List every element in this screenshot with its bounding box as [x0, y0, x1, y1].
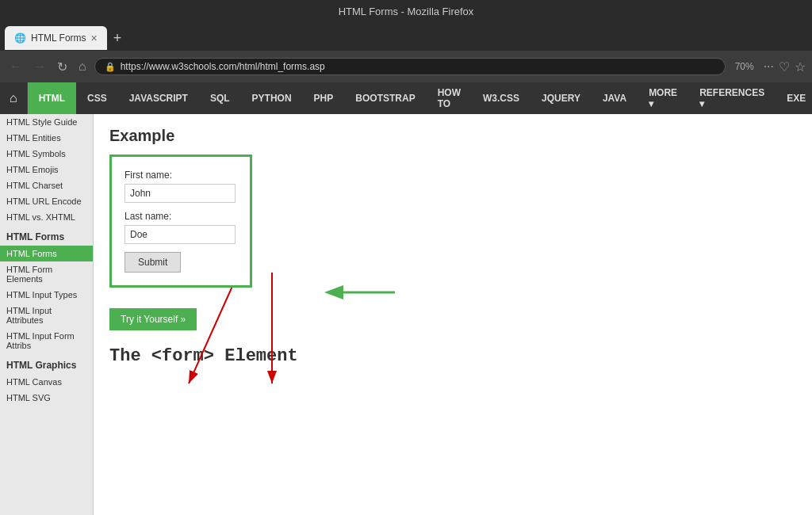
w3nav-php[interactable]: PHP: [303, 82, 345, 114]
bookmark-icon[interactable]: ☆: [795, 59, 806, 74]
sidebar-item-symbols[interactable]: HTML Symbols: [0, 146, 93, 162]
w3nav-html[interactable]: HTML: [28, 82, 76, 114]
w3nav-javascript[interactable]: JAVASCRIPT: [118, 82, 199, 114]
w3nav-sql[interactable]: SQL: [199, 82, 241, 114]
security-icon: 🔒: [105, 62, 116, 72]
url-text: https://www.w3schools.com/html/html_form…: [121, 61, 325, 72]
sidebar-item-emojis[interactable]: HTML Emojis: [0, 162, 93, 177]
sidebar-section-forms: HTML Forms: [0, 225, 93, 246]
zoom-level: 70%: [730, 59, 759, 74]
home-button[interactable]: ⌂: [75, 58, 90, 75]
nav-bar: ← → ↻ ⌂ 🔒 https://www.w3schools.com/html…: [0, 51, 812, 82]
submit-button[interactable]: Submit: [124, 252, 181, 273]
tab-favicon: 🌐: [14, 32, 26, 44]
reload-button[interactable]: ↻: [54, 58, 71, 76]
w3nav-howto[interactable]: HOW TO: [427, 82, 472, 114]
w3nav-exe[interactable]: EXE: [776, 82, 812, 114]
sidebar-item-url-encode[interactable]: HTML URL Encode: [0, 193, 93, 209]
sidebar: HTML Style Guide HTML Entities HTML Symb…: [0, 114, 94, 515]
sidebar-item-forms[interactable]: HTML Forms: [0, 246, 93, 261]
w3nav-references[interactable]: REFERENCES ▾: [688, 82, 776, 114]
more-button[interactable]: ···: [764, 59, 774, 74]
w3nav-bootstrap[interactable]: BOOTSTRAP: [344, 82, 426, 114]
w3nav-java[interactable]: JAVA: [592, 82, 638, 114]
content-area: Example First name: Last name: Submit Tr…: [94, 114, 812, 515]
sidebar-item-canvas[interactable]: HTML Canvas: [0, 374, 93, 390]
w3nav-more[interactable]: MORE ▾: [638, 82, 688, 114]
address-bar[interactable]: 🔒 https://www.w3schools.com/html/html_fo…: [94, 58, 726, 75]
heart-icon[interactable]: ♡: [779, 59, 790, 74]
last-name-label: Last name:: [124, 211, 237, 222]
first-name-label: First name:: [124, 170, 237, 181]
home-icon: ⌂: [10, 91, 17, 105]
sidebar-item-style-guide[interactable]: HTML Style Guide: [0, 114, 93, 130]
section-title: The <form> Element: [109, 346, 796, 366]
sidebar-item-charset[interactable]: HTML Charset: [0, 177, 93, 193]
forward-button[interactable]: →: [30, 58, 49, 75]
w3nav: ⌂ HTML CSS JAVASCRIPT SQL PYTHON PHP BOO…: [0, 82, 812, 114]
form-demo-box: First name: Last name: Submit: [109, 154, 252, 288]
sidebar-item-input-types[interactable]: HTML Input Types: [0, 287, 93, 303]
tab-close-button[interactable]: ×: [91, 32, 98, 44]
back-button[interactable]: ←: [6, 58, 25, 75]
first-name-input[interactable]: [124, 184, 236, 203]
new-tab-button[interactable]: +: [113, 30, 122, 47]
active-tab[interactable]: 🌐 HTML Forms ×: [5, 26, 107, 50]
example-title: Example: [109, 127, 796, 145]
w3nav-jquery[interactable]: JQUERY: [530, 82, 592, 114]
sidebar-item-input-attrs[interactable]: HTML Input Attributes: [0, 303, 93, 328]
w3nav-w3css[interactable]: W3.CSS: [472, 82, 530, 114]
sidebar-item-form-elements[interactable]: HTML Form Elements: [0, 261, 93, 287]
w3nav-python[interactable]: PYTHON: [241, 82, 303, 114]
tab-label: HTML Forms: [31, 32, 86, 44]
w3nav-css[interactable]: CSS: [76, 82, 118, 114]
last-name-input[interactable]: [124, 225, 236, 244]
example-box: Example First name: Last name: Submit Tr…: [109, 127, 796, 330]
sidebar-item-svg[interactable]: HTML SVG: [0, 390, 93, 406]
w3nav-home-button[interactable]: ⌂: [0, 82, 28, 114]
sidebar-item-entities[interactable]: HTML Entities: [0, 130, 93, 146]
titlebar: HTML Forms - Mozilla Firefox: [0, 0, 812, 22]
main-area: HTML Style Guide HTML Entities HTML Symb…: [0, 114, 812, 515]
tab-bar: 🌐 HTML Forms × +: [0, 22, 812, 51]
titlebar-text: HTML Forms - Mozilla Firefox: [339, 6, 474, 17]
try-it-yourself-button[interactable]: Try it Yourself »: [109, 308, 197, 330]
sidebar-item-input-form-attrs[interactable]: HTML Input Form Attribs: [0, 328, 93, 353]
sidebar-item-vs-xhtml[interactable]: HTML vs. XHTML: [0, 209, 93, 225]
nav-icons: ··· ♡ ☆: [764, 59, 806, 74]
sidebar-section-graphics: HTML Graphics: [0, 353, 93, 374]
